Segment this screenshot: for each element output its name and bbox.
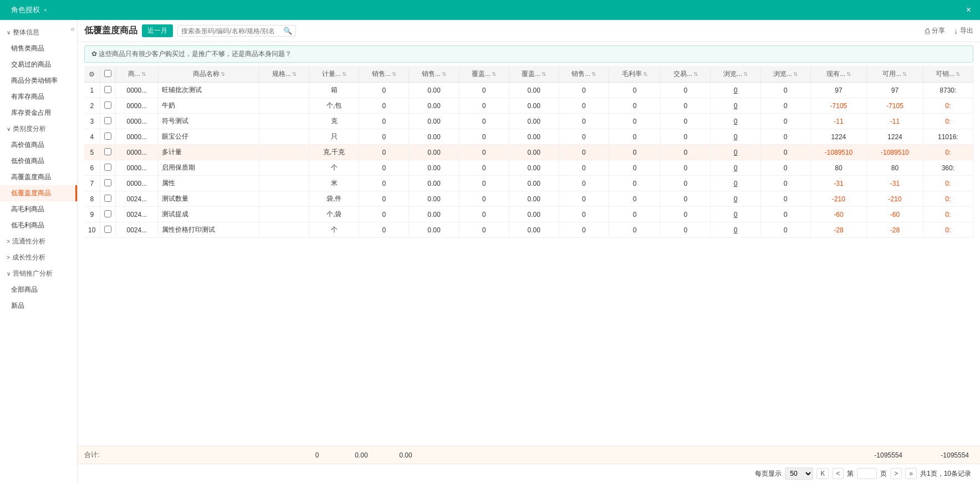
last-page-btn[interactable]: » (905, 468, 917, 479)
nav-tab-角色授权[interactable]: 角色授权 × (4, 2, 68, 18)
sidebar-item-新品[interactable]: 新品 (0, 298, 77, 314)
nav-tab-close-角色授权[interactable]: × (42, 7, 47, 13)
row-checkbox-input[interactable] (104, 210, 111, 217)
row-browse2: 0 (760, 222, 810, 238)
row-trade: 0 (661, 207, 711, 222)
sidebar-group-label-整体信息[interactable]: ∨ 整体信息 (0, 24, 77, 40)
sidebar-item-交易过的商品[interactable]: 交易过的商品 (0, 57, 77, 73)
row-browse1[interactable]: 0 (711, 207, 760, 222)
sort-icon-browse1[interactable]: ⇅ (743, 71, 748, 77)
period-btn[interactable]: 近一月 (142, 24, 173, 37)
row-name: 旺辅批次测试 (159, 83, 259, 98)
sidebar-item-低价值商品[interactable]: 低价值商品 (0, 153, 77, 169)
row-checkbox-input[interactable] (104, 226, 111, 233)
search-icon[interactable]: 🔍 (283, 27, 292, 35)
table-row: 100024...属性价格打印测试个00.0000.0000000-28-280… (84, 222, 973, 238)
sidebar-item-库存资金占用[interactable]: 库存资金占用 (0, 105, 77, 121)
sidebar-item-低覆盖度商品[interactable]: 低覆盖度商品 (0, 185, 77, 201)
row-current: -1089510 (810, 145, 867, 160)
row-gross: 0 (609, 191, 660, 207)
sort-icon-sales2[interactable]: ⇅ (442, 71, 446, 77)
sort-icon-sellable[interactable]: ⇅ (956, 71, 960, 77)
row-code: 0000... (115, 160, 159, 176)
sidebar-item-高覆盖度商品[interactable]: 高覆盖度商品 (0, 169, 77, 185)
row-sales3: 0 (559, 207, 609, 222)
sort-icon-sales3[interactable]: ⇅ (591, 71, 596, 77)
share-button[interactable]: ⎙ 分享 (925, 26, 945, 35)
col-header-settings[interactable]: ⚙ (84, 66, 100, 83)
sidebar-group-label-成长性分析[interactable]: > 成长性分析 (0, 250, 77, 266)
row-browse1[interactable]: 0 (711, 145, 760, 160)
row-checkbox-input[interactable] (104, 148, 111, 155)
page-size-select[interactable]: 50 100 200 (785, 467, 813, 480)
sort-icon-sales1[interactable]: ⇅ (392, 71, 396, 77)
row-unit: 克 (309, 114, 359, 129)
first-page-btn[interactable]: K (816, 468, 829, 479)
row-cover1: 0 (459, 176, 509, 191)
row-browse1[interactable]: 0 (711, 191, 760, 207)
row-unit: 只 (309, 129, 359, 145)
row-spec (259, 176, 309, 191)
row-browse1[interactable]: 0 (711, 114, 760, 129)
row-code: 0000... (115, 129, 159, 145)
sidebar-item-有库存商品[interactable]: 有库存商品 (0, 89, 77, 105)
sort-icon-spec[interactable]: ⇅ (292, 71, 297, 77)
sort-icon-cover2[interactable]: ⇅ (542, 71, 546, 77)
row-cover2: 0.00 (509, 98, 559, 114)
export-button[interactable]: ↓ 导出 (954, 26, 973, 35)
sort-icon-code[interactable]: ⇅ (141, 71, 146, 77)
row-checkbox-input[interactable] (104, 86, 111, 93)
sort-icon-cover1[interactable]: ⇅ (492, 71, 496, 77)
sidebar-group-label-类别度分析[interactable]: ∨ 类别度分析 (0, 121, 77, 137)
sort-icon-grossRate[interactable]: ⇅ (643, 71, 647, 77)
table-container[interactable]: ⚙商...⇅商品名称⇅规格...⇅计量...⇅销售...⇅销售...⇅覆盖...… (78, 66, 980, 446)
row-sales3: 0 (559, 191, 609, 207)
row-browse1[interactable]: 0 (711, 160, 760, 176)
next-page-btn[interactable]: > (890, 468, 902, 479)
row-checkbox-input[interactable] (104, 133, 111, 140)
row-current: -60 (810, 207, 867, 222)
sidebar-item-商品分类动销率[interactable]: 商品分类动销率 (0, 73, 77, 89)
sidebar-collapse-btn[interactable]: « (70, 24, 75, 33)
sidebar-group-label-流通性分析[interactable]: > 流通性分析 (0, 233, 77, 250)
row-cover2: 0.00 (509, 114, 559, 129)
sidebar-item-全部商品[interactable]: 全部商品 (0, 282, 77, 298)
row-number: 6 (84, 160, 100, 176)
row-checkbox (100, 176, 115, 191)
prev-page-btn[interactable]: < (832, 468, 844, 479)
row-browse1[interactable]: 0 (711, 176, 760, 191)
row-number: 9 (84, 207, 100, 222)
search-input[interactable] (181, 27, 281, 35)
header-checkbox[interactable] (104, 70, 111, 77)
sidebar-item-高价值商品[interactable]: 高价值商品 (0, 137, 77, 153)
row-browse1[interactable]: 0 (711, 98, 760, 114)
row-browse1[interactable]: 0 (711, 129, 760, 145)
row-sales3: 0 (559, 222, 609, 238)
sidebar-item-销售类商品[interactable]: 销售类商品 (0, 40, 77, 57)
row-checkbox-input[interactable] (104, 164, 111, 171)
sort-icon-current[interactable]: ⇅ (846, 71, 851, 77)
sidebar-item-低毛利商品[interactable]: 低毛利商品 (0, 217, 77, 233)
sort-icon-available[interactable]: ⇅ (902, 71, 907, 77)
sidebar-item-高毛利商品[interactable]: 高毛利商品 (0, 201, 77, 217)
sort-icon-trade[interactable]: ⇅ (693, 71, 698, 77)
page-number-input[interactable]: 1 (857, 468, 877, 479)
sort-icon-browse2[interactable]: ⇅ (793, 71, 798, 77)
sidebar-group-label-营销推广分析[interactable]: ∨ 营销推广分析 (0, 266, 77, 282)
row-checkbox-input[interactable] (104, 195, 111, 202)
row-browse1[interactable]: 0 (711, 222, 760, 238)
row-available: 1224 (867, 129, 923, 145)
row-checkbox-input[interactable] (104, 101, 111, 109)
sort-icon-unit[interactable]: ⇅ (342, 71, 346, 77)
row-browse1[interactable]: 0 (711, 83, 760, 98)
sort-icon-name[interactable]: ⇅ (221, 71, 225, 77)
col-header-checkbox[interactable] (100, 66, 115, 83)
row-browse2: 0 (760, 98, 810, 114)
group-arrow: ∨ (7, 271, 11, 277)
row-checkbox-input[interactable] (104, 117, 111, 124)
footer-sales2: 0.00 (339, 451, 384, 459)
row-checkbox-input[interactable] (104, 179, 111, 186)
row-sellable: 0: (923, 191, 973, 207)
window-close-button[interactable]: × (962, 5, 976, 15)
col-header-sales2: 销售...⇅ (409, 66, 459, 83)
